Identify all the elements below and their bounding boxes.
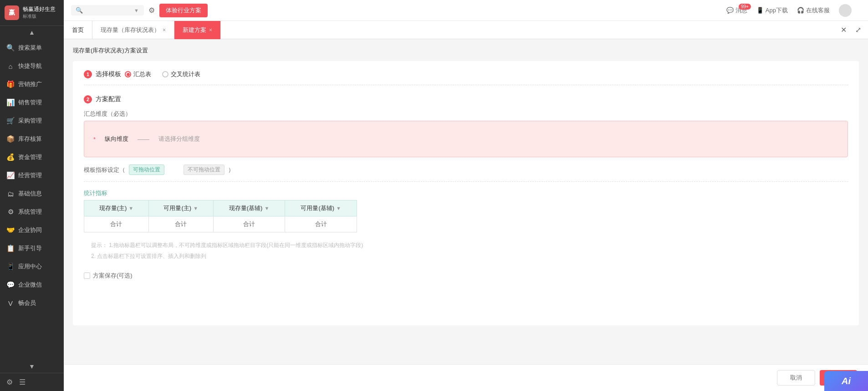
hint-2: 2. 点击标题栏下拉可设置排序、插入列和删除列 [91, 251, 848, 262]
message-btn[interactable]: 💬 消息 99+ [726, 6, 747, 15]
sidebar-item-apps[interactable]: 📱应用中心 [0, 257, 64, 276]
dimension-area[interactable]: * 纵向维度 —— 请选择分组维度 [84, 121, 848, 157]
nav-label-operations: 经营管理 [18, 171, 42, 180]
dimension-field-label: 纵向维度 [105, 135, 128, 143]
nav-icon-sales: 📊 [6, 98, 15, 107]
sidebar-scroll-down[interactable]: ▼ [0, 360, 64, 373]
gear-icon[interactable]: ⚙ [148, 6, 155, 15]
tab-inventory-status[interactable]: 现存量（库存状况表） × [92, 21, 174, 39]
nav-label-search: 搜索菜单 [18, 44, 42, 52]
sidebar-item-inventory[interactable]: 📦库存核算 [0, 130, 64, 148]
sidebar-item-wechat[interactable]: 💬企业微信 [0, 276, 64, 294]
sidebar-item-purchase[interactable]: 🛒采购管理 [0, 112, 64, 130]
tab-new-scheme[interactable]: 新建方案 × [174, 21, 221, 39]
radio-cross[interactable]: 交叉统计表 [162, 70, 200, 78]
nav-icon-finance: 💰 [6, 153, 15, 161]
template-radio-group: 汇总表 交叉统计表 [125, 70, 200, 78]
inventory-tab-close[interactable]: × [163, 27, 166, 33]
nav-icon-operations: 📈 [6, 171, 15, 180]
stats-table-header[interactable]: 可用量(主)▼ [148, 201, 213, 216]
new-scheme-tab-close[interactable]: × [209, 27, 212, 33]
stats-table-header[interactable]: 可用量(基辅)▼ [285, 201, 357, 216]
nav-icon-members: V [6, 299, 15, 307]
scroll-up-icon[interactable]: ▲ [28, 28, 36, 37]
nav-label-apps: 应用中心 [18, 262, 42, 271]
stats-table-cell: 合计 [213, 216, 285, 232]
nav-icon-search: 🔍 [6, 44, 15, 52]
nav-label-inventory: 库存核算 [18, 135, 42, 143]
indicator-draggable-tag: 可拖动位置 [129, 165, 164, 175]
nav-icon-corporate: 🤝 [6, 226, 15, 234]
radio-cross-circle [162, 71, 168, 77]
sidebar-item-operations[interactable]: 📈经营管理 [0, 166, 64, 185]
sidebar-item-search[interactable]: 🔍搜索菜单 [0, 39, 64, 57]
user-avatar[interactable] [839, 4, 852, 17]
menu-toggle-icon[interactable]: ☰ [19, 378, 26, 386]
ai-badge[interactable]: Ai [824, 371, 868, 391]
indicator-close-paren: ） [228, 166, 234, 174]
scroll-down-icon[interactable]: ▼ [28, 362, 36, 371]
nav-label-marketing: 营销推广 [18, 80, 42, 88]
sidebar-item-marketing[interactable]: 🎁营销推广 [0, 75, 64, 93]
online-service-btn[interactable]: 🎧 在线客服 [797, 6, 830, 15]
home-tab-label: 首页 [72, 26, 84, 34]
search-bar[interactable]: 🔍 ▼ [71, 5, 144, 15]
tab-expand-btn[interactable]: ⤢ [853, 25, 863, 36]
cancel-button[interactable]: 取消 [777, 370, 815, 386]
nav-icon-system: ⚙ [6, 208, 15, 216]
inventory-tab-label: 现存量（库存状况表） [101, 26, 160, 34]
header-dropdown-icon[interactable]: ▼ [336, 206, 341, 211]
header-dropdown-icon[interactable]: ▼ [264, 206, 269, 211]
nav-icon-apps: 📱 [6, 262, 15, 271]
save-checkbox[interactable] [84, 273, 90, 279]
sidebar-item-basic[interactable]: 🗂基础信息 [0, 185, 64, 203]
stats-table-head: 现存量(主)▼可用量(主)▼现存量(基辅)▼可用量(基辅)▼ [84, 201, 357, 216]
topbar-right: 💬 消息 99+ 📱 App下载 🎧 在线客服 [726, 4, 861, 17]
nav-label-newuser: 新手引导 [18, 244, 42, 252]
indicator-settings-row: 模板指标设定（ 可拖动位置 不可拖动位置 ） [84, 165, 848, 175]
sidebar-item-sales[interactable]: 📊销售管理 [0, 93, 64, 112]
app-download-btn[interactable]: 📱 App下载 [756, 6, 788, 15]
header-dropdown-icon[interactable]: ▼ [128, 206, 133, 211]
header-dropdown-icon[interactable]: ▼ [193, 206, 198, 211]
radio-summary-dot [127, 73, 130, 76]
tab-close-btn[interactable]: ✕ [838, 25, 849, 36]
industry-btn[interactable]: 体验行业方案 [159, 4, 208, 17]
step1-badge: 1 [84, 70, 92, 78]
sidebar-item-system[interactable]: ⚙系统管理 [0, 203, 64, 221]
sidebar-item-finance[interactable]: 💰资金管理 [0, 148, 64, 166]
logo-icon: 赢 [5, 5, 19, 20]
nav-icon-shortcut: ⌂ [6, 62, 15, 70]
stats-table-header[interactable]: 现存量(主)▼ [84, 201, 149, 216]
app-logo: 赢 畅赢通好生意 标准版 [0, 0, 64, 26]
step2-title: 方案配置 [96, 95, 121, 103]
content-area: 现存量(库存状况表)方案设置 1 选择模板 汇总表 [64, 39, 868, 364]
search-input[interactable] [86, 7, 131, 14]
tab-home[interactable]: 首页 [64, 21, 92, 39]
sidebar-item-shortcut[interactable]: ⌂快捷导航 [0, 57, 64, 75]
app-icon: 📱 [756, 7, 764, 14]
stats-table-body: 合计合计合计合计 [84, 216, 357, 232]
sidebar-nav: 🔍搜索菜单⌂快捷导航🎁营销推广📊销售管理🛒采购管理📦库存核算💰资金管理📈经营管理… [0, 39, 64, 360]
nav-icon-wechat: 💬 [6, 281, 15, 289]
save-option-label[interactable]: 方案保存(可选) [84, 272, 133, 280]
stats-table-cell: 合计 [148, 216, 213, 232]
step1-header: 1 选择模板 汇总表 交叉统计表 [84, 70, 848, 78]
sidebar-scroll-up[interactable]: ▲ [0, 26, 64, 39]
dimension-section-label: 汇总维度（必选） [84, 110, 131, 117]
nav-icon-purchase: 🛒 [6, 117, 15, 125]
sidebar-item-corporate[interactable]: 🤝企业协同 [0, 221, 64, 239]
app-name: 畅赢通好生意 [23, 6, 56, 13]
search-dropdown-icon[interactable]: ▼ [134, 8, 139, 13]
sidebar-item-members[interactable]: V畅会员 [0, 294, 64, 312]
nav-icon-newuser: 📋 [6, 244, 15, 252]
dimension-required-mark: * [93, 136, 96, 143]
dimension-placeholder[interactable]: 请选择分组维度 [158, 135, 200, 143]
service-label: 在线客服 [806, 6, 830, 15]
indicator-divider [84, 181, 848, 182]
settings-icon[interactable]: ⚙ [6, 378, 13, 386]
sidebar-item-newuser[interactable]: 📋新手引导 [0, 239, 64, 257]
stats-table-header[interactable]: 现存量(基辅)▼ [213, 201, 285, 216]
radio-summary[interactable]: 汇总表 [125, 70, 151, 78]
hint-1: 提示： 1.拖动标题栏可以调整布局，不可跨维度或指标区域拖动栏目字段(只能在同一… [91, 240, 848, 251]
